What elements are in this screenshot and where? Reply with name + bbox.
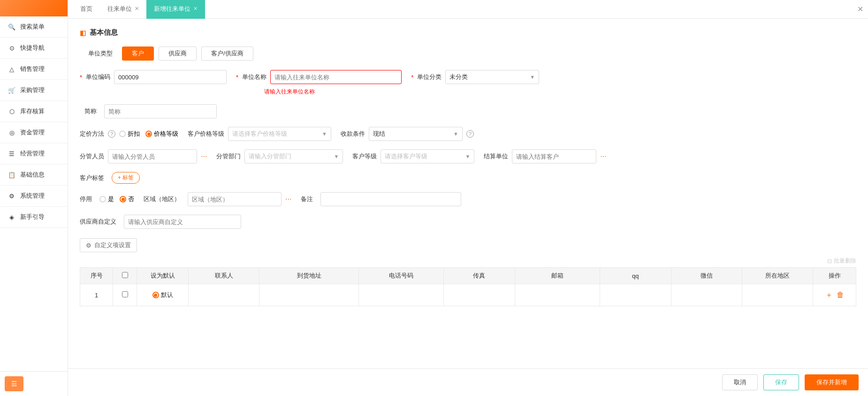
row-address xyxy=(259,284,358,306)
batch-delete-btn[interactable]: ⊡ 批量删除 xyxy=(80,257,856,265)
collapse-icon: ☰ xyxy=(11,380,17,388)
phone-input[interactable] xyxy=(378,288,425,302)
row-phone xyxy=(358,284,443,306)
region-cell-input[interactable] xyxy=(759,288,796,302)
customer-level-select[interactable]: 请选择客户等级 ▼ xyxy=(381,149,474,163)
home-icon: ⊙ xyxy=(7,43,16,53)
col-default: 设为默认 xyxy=(137,268,188,284)
unit-category-arrow: ▼ xyxy=(530,74,535,80)
col-qq: qq xyxy=(600,268,671,284)
tab-trading-unit[interactable]: 往来单位 ✕ xyxy=(100,0,146,19)
region-input[interactable] xyxy=(188,192,282,206)
add-tag-btn[interactable]: + 标签 xyxy=(112,172,140,184)
disabled-yes-radio[interactable]: 是 xyxy=(99,195,114,203)
tab-new-trading-unit-close[interactable]: ✕ xyxy=(193,6,198,12)
contacts-table: 序号 设为默认 联系人 到货地址 电话号码 传真 邮箱 qq 微信 所在地区 操… xyxy=(80,267,856,306)
sidebar-item-search[interactable]: 🔍 搜索菜单 xyxy=(0,16,68,38)
select-all-checkbox[interactable] xyxy=(122,272,128,278)
customer-level-label: 客户等级 xyxy=(352,152,377,161)
custom-settings-btn[interactable]: ⚙ 自定义项设置 xyxy=(80,238,137,252)
pricing-help-icon[interactable]: ? xyxy=(108,130,115,138)
row-index: 1 xyxy=(80,284,113,306)
unit-name-input[interactable] xyxy=(270,70,402,84)
row-add-btn[interactable]: ＋ xyxy=(825,290,833,300)
discount-radio-circle xyxy=(119,131,126,137)
pricing-radio-group: 折扣 价格等级 xyxy=(119,130,178,138)
remark-label: 备注 xyxy=(301,195,313,203)
default-radio[interactable] xyxy=(152,292,159,298)
supplier-custom-input[interactable] xyxy=(124,215,241,229)
sidebar-item-guide[interactable]: ◈ 新手引导 xyxy=(0,207,68,228)
department-select[interactable]: 请输入分管部门 ▼ xyxy=(244,149,343,163)
unit-type-label: 单位类型 xyxy=(80,49,113,58)
customer-tag-field: 客户标签 + 标签 xyxy=(80,172,140,184)
tabs-close-btn[interactable]: ✕ xyxy=(857,5,863,14)
sidebar-collapse-btn[interactable]: ☰ xyxy=(5,376,23,391)
sidebar-item-finance[interactable]: ◎ 资金管理 xyxy=(0,122,68,143)
remark-input[interactable] xyxy=(320,192,461,206)
unit-name-error: 请输入往来单位名称 xyxy=(264,88,315,95)
payment-terms-select[interactable]: 现结 ▼ xyxy=(369,127,463,141)
pricing-method-label: 定价方法 xyxy=(80,130,104,138)
form-row-supplier-custom: 供应商自定义 xyxy=(80,215,856,229)
save-button[interactable]: 保存 xyxy=(763,374,799,390)
address-input[interactable] xyxy=(281,288,337,302)
tab-new-trading-unit[interactable]: 新增往来单位 ✕ xyxy=(146,0,205,19)
row-checkbox-cell xyxy=(113,284,137,306)
disabled-no-radio[interactable]: 否 xyxy=(120,195,134,203)
purchase-icon: 🛒 xyxy=(7,85,16,95)
sidebar-item-system[interactable]: ⚙ 系统管理 xyxy=(0,186,68,207)
department-arrow: ▼ xyxy=(334,154,339,159)
cancel-button[interactable]: 取消 xyxy=(722,374,758,390)
search-icon: 🔍 xyxy=(7,22,16,31)
manager-input[interactable] xyxy=(108,149,197,163)
row-wechat xyxy=(671,284,742,306)
tab-trading-unit-close[interactable]: ✕ xyxy=(135,6,139,12)
settlement-unit-label: 结算单位 xyxy=(484,152,508,161)
unit-type-customer-btn[interactable]: 客户 xyxy=(122,47,154,61)
sidebar-item-sales[interactable]: △ 销售管理 xyxy=(0,59,68,80)
supplier-custom-label: 供应商自定义 xyxy=(80,217,116,226)
required-star-name: * xyxy=(236,74,238,81)
form-row-shortname: 简称 xyxy=(80,104,856,118)
department-label: 分管部门 xyxy=(216,152,241,161)
sidebar-item-purchase[interactable]: 🛒 采购管理 xyxy=(0,80,68,101)
unit-category-field: * 单位分类 未分类 ▼ xyxy=(411,70,539,84)
qq-input[interactable] xyxy=(617,288,654,302)
disabled-field: 停用 是 否 xyxy=(80,195,134,203)
row-del-btn[interactable]: 🗑 xyxy=(837,291,844,299)
sidebar-item-quicknav[interactable]: ⊙ 快捷导航 xyxy=(0,38,68,59)
settlement-more-btn[interactable]: ··· xyxy=(600,152,606,161)
tab-home[interactable]: 首页 xyxy=(73,0,100,19)
email-input[interactable] xyxy=(534,288,581,302)
manager-more-btn[interactable]: ··· xyxy=(201,152,207,161)
section-basic-info: ◧ 基本信息 xyxy=(80,28,856,37)
unit-category-select[interactable]: 未分类 ▼ xyxy=(445,70,539,84)
short-name-input[interactable] xyxy=(104,104,217,118)
sidebar-item-inventory[interactable]: ⬡ 库存核算 xyxy=(0,101,68,122)
unit-type-supplier-btn[interactable]: 供应商 xyxy=(159,47,197,61)
wechat-input[interactable] xyxy=(688,288,725,302)
payment-help-icon[interactable]: ? xyxy=(466,130,474,138)
settlement-unit-input[interactable] xyxy=(512,149,596,163)
col-action: 操作 xyxy=(813,268,856,284)
contact-input[interactable] xyxy=(205,288,243,302)
batch-delete-icon: ⊡ xyxy=(827,258,832,264)
fax-input[interactable] xyxy=(460,288,498,302)
pricing-discount-radio[interactable]: 折扣 xyxy=(119,130,140,138)
sidebar-item-management[interactable]: ☰ 经营管理 xyxy=(0,143,68,164)
region-more-btn[interactable]: ··· xyxy=(285,195,291,203)
unit-type-both-btn[interactable]: 客户/供应商 xyxy=(201,47,253,61)
save-new-button[interactable]: 保存并新增 xyxy=(805,374,859,390)
sidebar-item-basic-info[interactable]: 📋 基础信息 xyxy=(0,164,68,186)
finance-icon: ◎ xyxy=(7,128,16,137)
unit-code-input[interactable] xyxy=(114,70,227,84)
row-checkbox[interactable] xyxy=(122,291,128,297)
col-checkbox xyxy=(113,268,137,284)
section-icon: ◧ xyxy=(80,29,86,37)
col-contact: 联系人 xyxy=(188,268,259,284)
short-name-field: 简称 xyxy=(80,104,217,118)
pricing-level-radio[interactable]: 价格等级 xyxy=(145,130,178,138)
customer-price-select[interactable]: 请选择客户价格等级 ▼ xyxy=(228,127,331,141)
short-name-label: 简称 xyxy=(84,107,97,116)
